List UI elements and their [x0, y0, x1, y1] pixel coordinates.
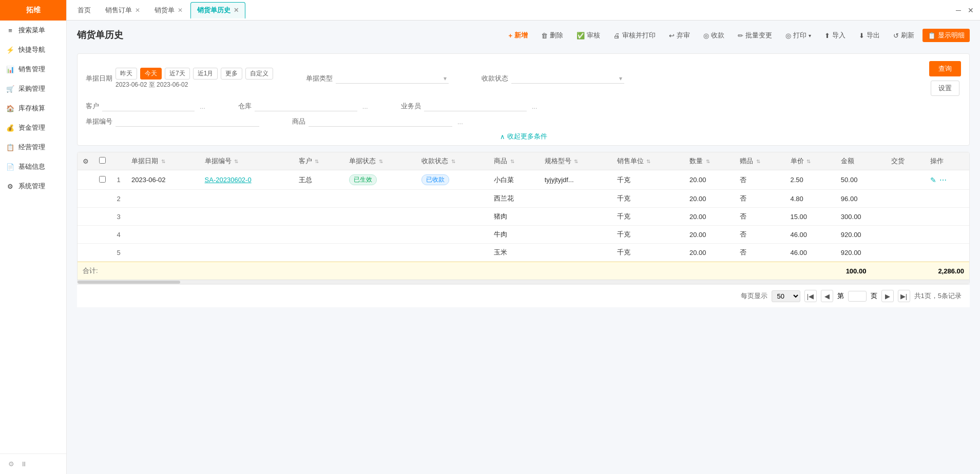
- page-first-btn[interactable]: |◀: [804, 290, 817, 302]
- sidebar-item-sys-mgmt[interactable]: ⚙ 系统管理: [0, 176, 66, 196]
- window-min-btn[interactable]: ─: [953, 5, 964, 15]
- window-close-btn[interactable]: ✕: [966, 5, 976, 15]
- salesperson-dots[interactable]: ...: [532, 103, 537, 110]
- page-size-select[interactable]: 2050100: [772, 290, 800, 302]
- more-icon[interactable]: ⋯: [939, 176, 947, 184]
- row-action: ✎ ⋯: [925, 170, 969, 190]
- doc-no-link[interactable]: SA-20230602-0: [205, 176, 252, 184]
- refresh-button[interactable]: ↺ 刷新: [888, 29, 919, 42]
- select-all-checkbox[interactable]: [99, 157, 106, 164]
- tab-sales-order[interactable]: 销售订单 ✕: [99, 2, 147, 18]
- date-more-btn[interactable]: 更多: [221, 68, 242, 80]
- date-1month-btn[interactable]: 近1月: [193, 68, 218, 80]
- doc-no-input[interactable]: [116, 116, 259, 127]
- sidebar-item-label: 资金管理: [18, 123, 45, 132]
- date-custom-btn[interactable]: 自定义: [245, 68, 273, 80]
- col-gift[interactable]: 赠品 ⇅: [735, 152, 785, 170]
- delete-button[interactable]: 🗑 删除: [536, 29, 568, 42]
- col-collect-status[interactable]: 收款状态 ⇅: [416, 152, 489, 170]
- tab-sales-history[interactable]: 销货单历史 ✕: [190, 2, 245, 18]
- sidebar-item-finance-mgmt[interactable]: 💰 资金管理: [0, 118, 66, 137]
- sidebar-item-purchase-mgmt[interactable]: 🛒 采购管理: [0, 79, 66, 98]
- page-last-btn[interactable]: ▶|: [898, 290, 910, 302]
- abandon-button[interactable]: ↩ 弃审: [664, 29, 695, 42]
- date-yesterday-btn[interactable]: 昨天: [116, 68, 137, 80]
- page-prev-btn[interactable]: ◀: [821, 290, 833, 302]
- sidebar-item-inventory-calc[interactable]: 🏠 库存核算: [0, 98, 66, 118]
- sidebar-item-label: 库存核算: [18, 104, 45, 113]
- filter-customer: 客户 ...: [86, 101, 205, 111]
- customer-dots[interactable]: ...: [200, 103, 205, 110]
- col-doc-status[interactable]: 单据状态 ⇅: [344, 152, 416, 170]
- main-area: 首页 销售订单 ✕ 销货单 ✕ 销货单历史 ✕ ─ ✕ 销货单历史 + 新增: [67, 0, 980, 474]
- col-doc-no[interactable]: 单据编号 ⇅: [200, 152, 294, 170]
- salesperson-label: 业务员: [401, 102, 421, 111]
- col-doc-date[interactable]: 单据日期 ⇅: [126, 152, 200, 170]
- col-customer[interactable]: 客户 ⇅: [294, 152, 344, 170]
- goods-dots[interactable]: ...: [457, 118, 463, 126]
- col-sales-unit[interactable]: 销售单位 ⇅: [612, 152, 684, 170]
- row-sales-unit: 千克: [612, 208, 684, 226]
- tab-home[interactable]: 首页: [71, 2, 98, 18]
- row-settings: [78, 190, 94, 208]
- sidebar-item-search-menu[interactable]: ≡ 搜索菜单: [0, 21, 66, 40]
- tab-sales-order-close[interactable]: ✕: [135, 7, 140, 14]
- date-7days-btn[interactable]: 近7天: [165, 68, 190, 80]
- filter-settings-button[interactable]: 设置: [931, 81, 959, 96]
- warehouse-input[interactable]: [255, 101, 357, 111]
- sidebar-item-basic-info[interactable]: 📄 基础信息: [0, 157, 66, 176]
- tab-sales-goods-close[interactable]: ✕: [178, 7, 183, 14]
- table-scroll[interactable]: ⚙ 单据日期 ⇅ 单据编号 ⇅ 客户 ⇅ 单据状态 ⇅ 收款状态 ⇅ 商品 ⇅: [78, 152, 969, 262]
- sidebar-item-sales-mgmt[interactable]: 📊 销售管理: [0, 60, 66, 79]
- doc-no-label: 单据编号: [86, 117, 112, 126]
- horizontal-scrollbar[interactable]: [78, 280, 969, 284]
- sidebar-item-quick-nav[interactable]: ⚡ 快捷导航: [0, 40, 66, 60]
- show-details-button[interactable]: 📋 显示明细: [923, 29, 970, 42]
- sidebar-item-ops-mgmt[interactable]: 📋 经营管理: [0, 137, 66, 157]
- doc-date-label: 单据日期: [86, 74, 112, 83]
- doc-type-select[interactable]: ▾: [336, 74, 449, 84]
- export-button[interactable]: ⬇ 导出: [854, 29, 885, 42]
- sort-icon-11: ⇅: [806, 159, 811, 164]
- customer-input[interactable]: [102, 101, 195, 111]
- row-num: 2: [111, 190, 126, 208]
- page-content: 销货单历史 + 新增 🗑 删除 ✅ 审核 🖨 审核并打印: [67, 21, 980, 474]
- col-spec-type[interactable]: 规格型号 ⇅: [540, 152, 612, 170]
- print-button[interactable]: ◎ 打印 ▾: [780, 29, 816, 42]
- total-label: 合计:: [83, 266, 98, 275]
- row-collect-status: [416, 244, 489, 262]
- pagination-bar: 每页显示 2050100 |◀ ◀ 第 1 页 ▶ ▶| 共1页，5条记录: [77, 284, 970, 307]
- date-today-btn[interactable]: 今天: [140, 68, 162, 80]
- collect-status-select[interactable]: ▾: [511, 74, 624, 84]
- bottom-settings-icon[interactable]: ⚙: [8, 460, 14, 468]
- page-title: 销货单历史: [77, 29, 123, 41]
- page-number-input[interactable]: 1: [848, 291, 867, 302]
- warehouse-dots[interactable]: ...: [362, 103, 368, 110]
- tab-sales-goods[interactable]: 销货单 ✕: [148, 2, 189, 18]
- import-icon: ⬆: [824, 32, 830, 40]
- collapse-filter-btn[interactable]: ∧ 收起更多条件: [86, 132, 961, 141]
- row-collect-status: [416, 226, 489, 244]
- page-next-btn[interactable]: ▶: [881, 290, 894, 302]
- sidebar-item-label: 采购管理: [18, 84, 45, 93]
- salesperson-input[interactable]: [424, 101, 527, 111]
- tab-sales-history-close[interactable]: ✕: [234, 7, 239, 14]
- col-goods[interactable]: 商品 ⇅: [489, 152, 539, 170]
- import-button[interactable]: ⬆ 导入: [819, 29, 851, 42]
- row-checkbox[interactable]: [99, 176, 106, 183]
- batch-change-button[interactable]: ✏ 批量变更: [733, 29, 777, 42]
- row-transaction: [886, 244, 925, 262]
- bottom-pause-icon[interactable]: ⏸: [21, 460, 27, 468]
- add-button[interactable]: + 新增: [503, 29, 533, 42]
- edit-icon[interactable]: ✎: [930, 176, 936, 184]
- col-quantity[interactable]: 数量 ⇅: [684, 152, 735, 170]
- query-button[interactable]: 查询: [929, 61, 961, 76]
- col-unit-price[interactable]: 单价 ⇅: [785, 152, 836, 170]
- col-settings[interactable]: ⚙: [78, 152, 94, 170]
- audit-print-button[interactable]: 🖨 审核并打印: [608, 29, 661, 42]
- audit-button[interactable]: ✅ 审核: [571, 29, 605, 42]
- collect-button[interactable]: ◎ 收款: [698, 29, 729, 42]
- goods-input[interactable]: [309, 116, 452, 127]
- col-amount[interactable]: 金额: [836, 152, 887, 170]
- table-row: 5 玉米 千克 20.00 否 46.00 920.00: [78, 244, 969, 262]
